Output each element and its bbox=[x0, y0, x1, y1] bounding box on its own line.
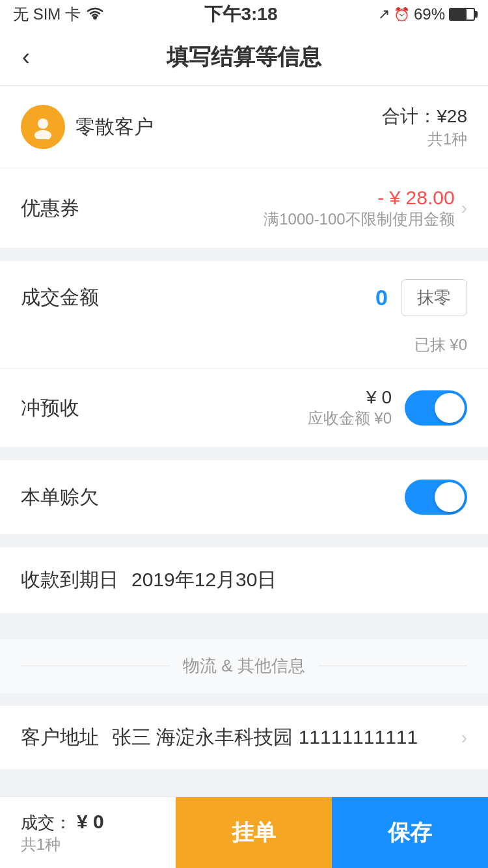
arrears-section: 本单赊欠 bbox=[0, 460, 488, 534]
svg-point-0 bbox=[93, 16, 97, 20]
customer-left: 零散客户 bbox=[21, 105, 154, 149]
main-content: 零散客户 合计：¥28 共1种 优惠券 - ¥ 28.00 满1000-100不… bbox=[0, 86, 488, 847]
prepay-label: 冲预收 bbox=[21, 395, 79, 422]
toggle-knob bbox=[435, 393, 465, 423]
coupon-right: - ¥ 28.00 满1000-100不限制使用金额 › bbox=[264, 187, 467, 230]
customer-total: 合计：¥28 bbox=[382, 104, 467, 129]
nav-bar: ‹ 填写结算等信息 bbox=[0, 29, 488, 86]
alarm-icon: ⏰ bbox=[394, 7, 410, 22]
deal-amount-value: 0 bbox=[375, 285, 388, 310]
due-date-value: 2019年12月30日 bbox=[131, 567, 277, 593]
coupon-desc: 满1000-100不限制使用金额 bbox=[264, 209, 454, 230]
coupon-row[interactable]: 优惠券 - ¥ 28.00 满1000-100不限制使用金额 › bbox=[0, 168, 488, 248]
prepay-amounts: ¥ 0 应收金额 ¥0 bbox=[308, 387, 392, 429]
bottom-bar: 成交： ¥ 0 共1种 挂单 保存 bbox=[0, 796, 488, 868]
svg-point-1 bbox=[38, 118, 48, 129]
carrier-label: 无 SIM 卡 bbox=[13, 4, 81, 25]
customer-count: 共1种 bbox=[382, 129, 467, 150]
address-chevron-icon: › bbox=[461, 727, 467, 748]
customer-row: 零散客户 合计：¥28 共1种 bbox=[0, 86, 488, 168]
bottom-count: 共1种 bbox=[21, 834, 155, 855]
hang-order-button[interactable]: 挂单 bbox=[176, 797, 332, 868]
wifi-icon bbox=[86, 5, 104, 23]
prepay-receivable: 应收金额 ¥0 bbox=[308, 408, 392, 429]
coupon-amount: - ¥ 28.00 bbox=[264, 187, 454, 209]
bottom-deal-row: 成交： ¥ 0 bbox=[21, 811, 155, 834]
deal-sub-label: 已抹 ¥0 bbox=[0, 334, 488, 368]
status-right: ↗ ⏰ 69% bbox=[378, 5, 475, 23]
arrears-label: 本单赊欠 bbox=[21, 484, 99, 511]
coupon-label: 优惠券 bbox=[21, 195, 79, 222]
deal-amount-label: 成交金额 bbox=[21, 284, 99, 311]
arrears-toggle-knob bbox=[435, 482, 465, 512]
logistics-line-left bbox=[21, 666, 170, 666]
prepay-right: ¥ 0 应收金额 ¥0 bbox=[308, 387, 467, 429]
arrears-toggle[interactable] bbox=[405, 480, 467, 515]
page-title: 填写结算等信息 bbox=[167, 42, 321, 72]
prepay-row: 冲预收 ¥ 0 应收金额 ¥0 bbox=[0, 368, 488, 447]
coupon-info: - ¥ 28.00 满1000-100不限制使用金额 bbox=[264, 187, 454, 230]
status-bar: 无 SIM 卡 下午3:18 ↗ ⏰ 69% bbox=[0, 0, 488, 29]
address-value: 张三 海淀永丰科技园 11111111111 bbox=[112, 724, 418, 751]
status-left: 无 SIM 卡 bbox=[13, 4, 104, 25]
arrears-row: 本单赊欠 bbox=[0, 460, 488, 534]
avatar bbox=[21, 105, 65, 149]
bottom-deal-value: ¥ 0 bbox=[77, 811, 104, 833]
customer-name: 零散客户 bbox=[75, 114, 154, 141]
deal-amount-right: 0 抹零 bbox=[375, 279, 467, 316]
round-off-button[interactable]: 抹零 bbox=[401, 279, 467, 316]
customer-section: 零散客户 合计：¥28 共1种 优惠券 - ¥ 28.00 满1000-100不… bbox=[0, 86, 488, 248]
address-row[interactable]: 客户地址 张三 海淀永丰科技园 11111111111 › bbox=[0, 706, 488, 769]
deal-amount-row: 成交金额 0 抹零 bbox=[0, 261, 488, 334]
prepay-amount: ¥ 0 bbox=[308, 387, 392, 408]
logistics-line-right bbox=[318, 666, 467, 666]
logistics-label: 物流 & 其他信息 bbox=[183, 655, 305, 677]
bottom-info: 成交： ¥ 0 共1种 bbox=[0, 811, 176, 855]
address-label: 客户地址 bbox=[21, 724, 99, 751]
address-left: 客户地址 张三 海淀永丰科技园 11111111111 bbox=[21, 724, 418, 751]
logistics-header: 物流 & 其他信息 bbox=[0, 639, 488, 693]
battery-icon bbox=[449, 8, 475, 21]
gray-spacer-1 bbox=[0, 626, 488, 639]
status-time: 下午3:18 bbox=[204, 2, 277, 27]
location-icon: ↗ bbox=[378, 6, 390, 23]
due-date-row: 收款到期日 2019年12月30日 bbox=[0, 547, 488, 613]
back-button[interactable]: ‹ bbox=[16, 37, 36, 77]
customer-right: 合计：¥28 共1种 bbox=[382, 104, 467, 150]
svg-point-2 bbox=[34, 130, 51, 139]
battery-percent: 69% bbox=[414, 5, 445, 23]
deal-section: 成交金额 0 抹零 已抹 ¥0 冲预收 ¥ 0 应收金额 ¥0 bbox=[0, 261, 488, 447]
save-button[interactable]: 保存 bbox=[332, 797, 488, 868]
bottom-deal-label: 成交： bbox=[21, 811, 72, 834]
prepay-toggle[interactable] bbox=[405, 390, 467, 426]
due-date-label: 收款到期日 bbox=[21, 567, 118, 593]
gray-spacer-2 bbox=[0, 693, 488, 706]
chevron-right-icon: › bbox=[461, 198, 467, 219]
due-date-section: 收款到期日 2019年12月30日 bbox=[0, 547, 488, 613]
